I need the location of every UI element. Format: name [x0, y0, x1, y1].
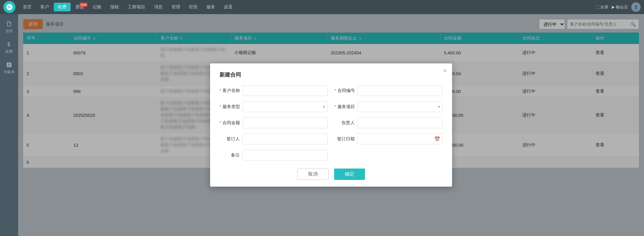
nav-operation[interactable]: 经营 [185, 3, 202, 11]
field-remark: 备注 [219, 150, 328, 160]
field-signer: 签订人 [219, 134, 328, 144]
contract-no-label: 合同编号 [334, 88, 355, 94]
nav-management[interactable]: 管理 [167, 3, 184, 11]
field-responsible: 负责人 [334, 117, 443, 128]
nav-home[interactable]: 首页 [19, 3, 36, 11]
form-row-1: 客户名称 合同编号 [219, 85, 443, 96]
field-customer-name: 客户名称 [219, 85, 328, 96]
form-row-4: 签订人 签订日期 2023-06-06 📅 [219, 134, 443, 144]
contract-amount-input[interactable]: 0.00 [243, 117, 328, 128]
statement-icon [5, 61, 13, 68]
nav-business[interactable]: 工商项目 [124, 3, 149, 11]
nav-right: ⛶ 全屏 ▶ 畅会员 👤 [595, 2, 641, 12]
top-navigation: 首页 客户 收费 票据 new 记账 报税 工商项目 消息 管理 经营 服务 设… [0, 0, 644, 14]
sidebar-item-fee[interactable]: 收费 [0, 38, 18, 57]
modal-close-button[interactable]: × [443, 67, 447, 75]
contract-icon [5, 20, 13, 28]
modal-title: 新建合同 [219, 72, 443, 79]
remark-label: 备注 [219, 152, 240, 158]
fullscreen-button[interactable]: ⛶ 全屏 [595, 4, 608, 10]
cancel-button[interactable]: 取消 [297, 169, 329, 180]
service-item-label: 服务项目 [334, 104, 355, 110]
field-contract-no: 合同编号 [334, 85, 443, 96]
responsible-label: 负责人 [334, 120, 355, 126]
signer-label: 签订人 [219, 136, 240, 142]
sidebar-item-statement[interactable]: 对账单 [0, 58, 18, 77]
responsible-input[interactable] [357, 117, 443, 128]
sidebar-item-contract[interactable]: 合同 [0, 17, 18, 36]
sign-date-input[interactable]: 2023-06-06 [357, 134, 443, 144]
form-row-3: 合同金额 0.00 负责人 [219, 117, 443, 128]
service-item-select[interactable] [358, 101, 443, 112]
member-button[interactable]: ▶ 畅会员 [612, 4, 628, 10]
new-contract-modal: × 新建合同 客户名称 合同编号 服务类型 [210, 63, 452, 187]
nav-tax[interactable]: 报税 [106, 3, 123, 11]
content-area: 新增 服务项目 进行中 已完成 已取消 🔍 序号 合同 [18, 14, 644, 236]
nav-customer[interactable]: 客户 [36, 3, 53, 11]
nav-message[interactable]: 消息 [150, 3, 167, 11]
modal-overlay: × 新建合同 客户名称 合同编号 服务类型 [18, 14, 644, 236]
app-logo [3, 1, 15, 13]
play-icon: ▶ [612, 5, 615, 9]
service-type-select[interactable] [243, 101, 328, 112]
field-contract-amount: 合同金额 0.00 [219, 117, 328, 128]
form-row-2: 服务类型 服务项目 [219, 101, 443, 112]
nav-bookkeeping[interactable]: 记账 [89, 3, 106, 11]
nav-fee[interactable]: 收费 [54, 3, 71, 11]
form-row-5: 备注 [219, 150, 443, 160]
signer-input[interactable] [242, 134, 328, 144]
field-service-type: 服务类型 [219, 101, 328, 112]
nav-service[interactable]: 服务 [202, 3, 219, 11]
nav-items: 首页 客户 收费 票据 new 记账 报税 工商项目 消息 管理 经营 服务 设… [19, 3, 595, 11]
sign-date-label: 签订日期 [334, 136, 355, 142]
main-layout: 合同 收费 对账单 新增 服务项目 进行中 已完成 已取消 [0, 14, 644, 236]
customer-name-label: 客户名称 [219, 88, 240, 94]
service-type-label: 服务类型 [219, 104, 240, 110]
avatar[interactable]: 👤 [631, 2, 641, 12]
nav-invoice[interactable]: 票据 new [71, 3, 88, 11]
new-badge: new [80, 3, 87, 7]
fee-icon [5, 41, 13, 48]
modal-footer: 取消 确定 [219, 169, 443, 180]
sidebar: 合同 收费 对账单 [0, 14, 18, 236]
customer-name-input[interactable] [243, 85, 328, 96]
calendar-icon[interactable]: 📅 [434, 136, 440, 142]
fullscreen-icon: ⛶ [595, 5, 599, 9]
field-service-item: 服务项目 [334, 101, 443, 112]
field-sign-date: 签订日期 2023-06-06 📅 [334, 134, 443, 144]
confirm-button[interactable]: 确定 [334, 169, 365, 180]
contract-no-input[interactable] [358, 85, 443, 96]
nav-settings[interactable]: 设置 [220, 3, 237, 11]
contract-amount-label: 合同金额 [219, 120, 240, 126]
remark-input[interactable] [242, 150, 328, 160]
